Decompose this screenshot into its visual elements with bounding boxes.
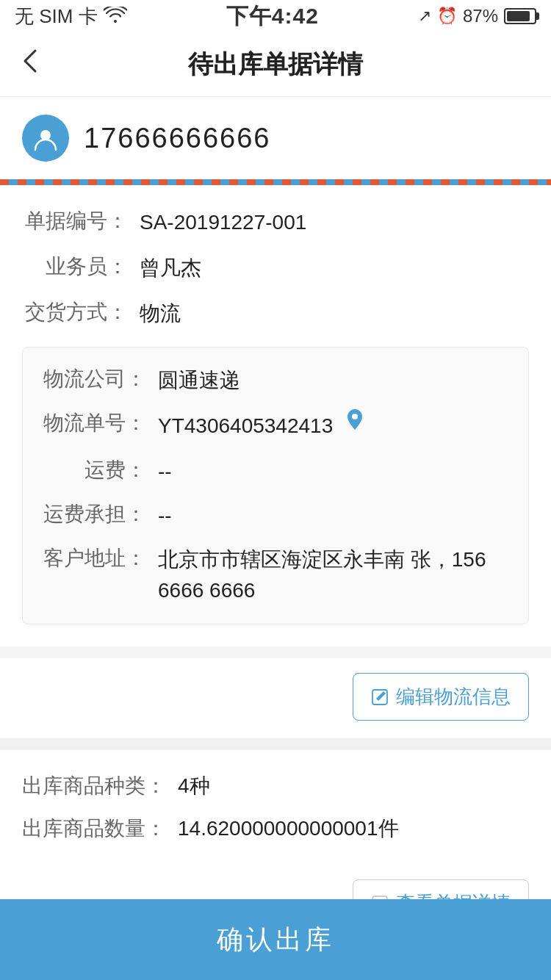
delivery-method-value: 物流 (140, 298, 529, 329)
sales-person-label: 业务员： (22, 253, 140, 281)
carrier-text: 无 SIM 卡 (15, 4, 98, 29)
wifi-icon (104, 5, 127, 28)
battery-percent: 87% (463, 6, 498, 26)
order-number-value: SA-20191227-001 (140, 207, 529, 238)
page-title: 待出库单据详情 (188, 48, 363, 82)
logistics-company-value: 圆通速递 (158, 365, 511, 396)
customer-phone: 17666666666 (84, 123, 270, 154)
freight-bearer-row: 运费承担： -- (40, 500, 511, 531)
tracking-number-row: 物流单号： YT4306405342413 (40, 409, 511, 443)
edit-logistics-button[interactable]: 编辑物流信息 (353, 673, 529, 721)
logistics-card: 物流公司： 圆通速递 物流单号： YT4306405342413 运费： (22, 347, 529, 624)
customer-header: 17666666666 (0, 97, 551, 179)
goods-section: 出库商品种类： 4种 出库商品数量： 14.620000000000001件 (0, 750, 551, 865)
dashed-separator (0, 179, 551, 185)
address-value: 北京市市辖区海淀区永丰南 张，156 6666 6666 (158, 544, 511, 606)
freight-bearer-value: -- (158, 500, 511, 531)
freight-value: -- (158, 456, 511, 487)
edit-btn-row: 编辑物流信息 (0, 658, 551, 738)
goods-type-label: 出库商品种类： (22, 772, 178, 800)
time-display: 下午4:42 (226, 1, 319, 32)
alarm-icon: ⏰ (437, 7, 457, 26)
logistics-company-label: 物流公司： (40, 365, 158, 393)
sales-person-row: 业务员： 曾凡杰 (22, 253, 529, 284)
confirm-outbound-button[interactable]: 确认出库 (0, 899, 551, 980)
battery-icon (504, 8, 536, 24)
sales-person-value: 曾凡杰 (140, 253, 529, 284)
goods-quantity-row: 出库商品数量： 14.620000000000001件 (22, 815, 529, 843)
status-bar: 无 SIM 卡 下午4:42 ↗ ⏰ 87% (0, 0, 551, 32)
delivery-method-row: 交货方式： 物流 (22, 298, 529, 329)
confirm-outbound-label: 确认出库 (217, 922, 334, 958)
nav-bar: 待出库单据详情 (0, 32, 551, 97)
address-row: 客户地址： 北京市市辖区海淀区永丰南 张，156 6666 6666 (40, 544, 511, 606)
goods-quantity-value: 14.620000000000001件 (178, 815, 529, 843)
order-number-label: 单据编号： (22, 207, 140, 235)
status-left: 无 SIM 卡 (15, 4, 127, 29)
freight-bearer-label: 运费承担： (40, 500, 158, 528)
goods-type-row: 出库商品种类： 4种 (22, 772, 529, 800)
delivery-method-label: 交货方式： (22, 298, 140, 326)
tracking-number-value: YT4306405342413 (158, 409, 511, 443)
goods-quantity-label: 出库商品数量： (22, 815, 178, 843)
freight-label: 运费： (40, 456, 158, 484)
back-button[interactable] (15, 40, 46, 88)
edit-logistics-label: 编辑物流信息 (396, 684, 511, 710)
order-number-row: 单据编号： SA-20191227-001 (22, 207, 529, 238)
tracking-number-label: 物流单号： (40, 409, 158, 437)
tracking-location-icon[interactable] (345, 409, 365, 443)
svg-point-1 (352, 414, 358, 419)
avatar (22, 115, 69, 162)
location-active-icon: ↗ (418, 7, 431, 26)
section-divider-1 (0, 738, 551, 750)
status-right: ↗ ⏰ 87% (418, 6, 536, 26)
freight-row: 运费： -- (40, 456, 511, 487)
logistics-company-row: 物流公司： 圆通速递 (40, 365, 511, 396)
order-info-section: 单据编号： SA-20191227-001 业务员： 曾凡杰 交货方式： 物流 … (0, 185, 551, 646)
address-label: 客户地址： (40, 544, 158, 572)
goods-type-value: 4种 (178, 772, 529, 800)
